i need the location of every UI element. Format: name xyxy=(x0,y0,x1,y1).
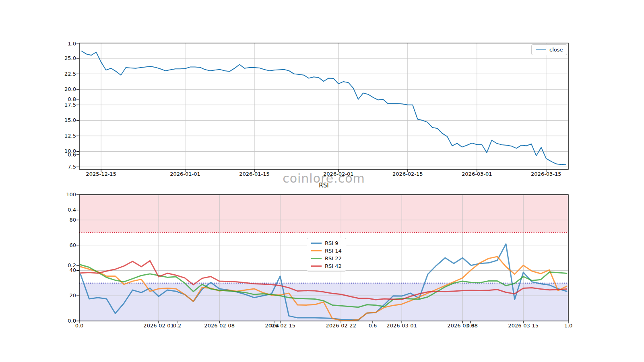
legend-row-rsi: RSI 22 xyxy=(310,255,343,262)
legend-label: RSI 42 xyxy=(325,263,342,269)
overbought-band xyxy=(79,195,568,232)
legend-line-sample xyxy=(536,49,546,50)
legend-label: RSI 9 xyxy=(325,240,339,246)
legend-row-rsi: RSI 42 xyxy=(310,262,343,270)
close-line xyxy=(81,51,566,165)
figure: coinlore.com RSI 25.022.520.017.515.012.… xyxy=(0,0,644,362)
price-axes-border xyxy=(79,43,568,169)
legend-label: RSI 14 xyxy=(325,248,342,254)
rsi-legend: RSI 9RSI 14RSI 22RSI 42 xyxy=(307,238,346,272)
legend-line-sample xyxy=(311,258,322,259)
legend-row-rsi: RSI 9 xyxy=(310,239,343,247)
legend-line-sample xyxy=(311,265,322,267)
legend-label: RSI 22 xyxy=(325,255,342,261)
legend-line-sample xyxy=(311,250,322,251)
legend-label: close xyxy=(549,47,563,53)
legend-row-rsi: RSI 14 xyxy=(310,247,343,255)
legend-row-close: close xyxy=(534,46,564,53)
rsi-chart-title: RSI xyxy=(79,182,568,189)
price-legend: close xyxy=(531,44,567,55)
legend-line-sample xyxy=(311,243,322,244)
